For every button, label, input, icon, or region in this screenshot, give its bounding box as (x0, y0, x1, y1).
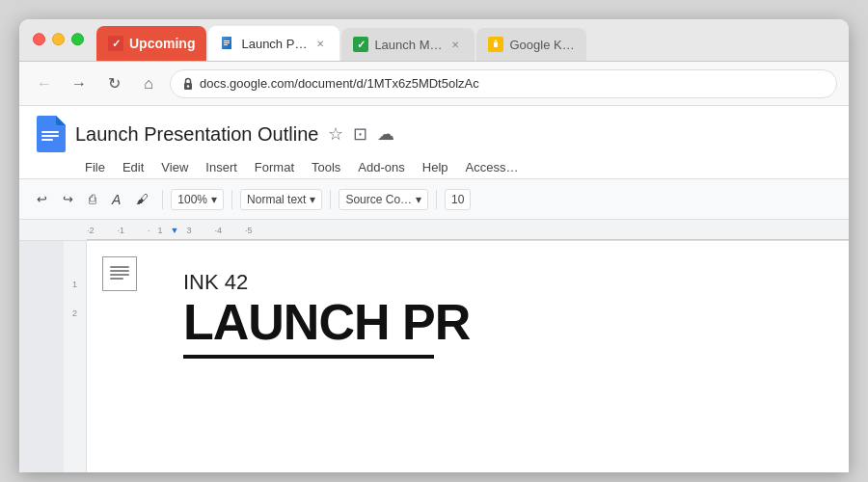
zoom-selector[interactable]: 100% ▾ (171, 189, 224, 210)
svg-rect-14 (110, 266, 129, 268)
doc-menu-bar: File Edit View Insert Format Tools Add-o… (35, 156, 833, 178)
print-icon: ⎙ (89, 192, 96, 206)
title-bar: ✓ Upcoming (19, 19, 849, 62)
vertical-ruler: 1 2 (64, 241, 87, 472)
url-text: docs.google.com/document/d/1MTx6z5MDt5ol… (200, 76, 479, 91)
svg-rect-13 (41, 139, 53, 141)
svg-rect-4 (224, 44, 228, 45)
spellcheck-button[interactable]: A (106, 188, 126, 211)
address-bar[interactable]: docs.google.com/document/d/1MTx6z5MDt5ol… (170, 69, 837, 98)
svg-rect-11 (41, 131, 59, 133)
toolbar-separator-1 (162, 190, 163, 209)
svg-text:✓: ✓ (357, 39, 366, 50)
browser-window: ✓ Upcoming (19, 19, 849, 472)
paint-format-button[interactable]: 🖌 (130, 188, 154, 210)
maximize-button[interactable] (71, 33, 84, 45)
forward-button[interactable]: → (66, 70, 93, 97)
keep-favicon-icon (488, 37, 503, 52)
tab-upcoming[interactable]: ✓ Upcoming (96, 26, 206, 61)
tab-launch-m[interactable]: ✓ Launch M… ✕ (341, 28, 475, 61)
zoom-chevron-icon: ▾ (211, 193, 217, 206)
tabs-row: ✓ Upcoming (96, 19, 588, 61)
tab-label-google-keep: Google K… (509, 38, 574, 52)
menu-file[interactable]: File (77, 156, 113, 178)
todoist-green-favicon-icon: ✓ (353, 37, 368, 52)
menu-edit[interactable]: Edit (115, 156, 151, 178)
ruler-indent-marker: ▼ (171, 226, 179, 235)
tab-label-launch-m: Launch M… (374, 38, 442, 52)
vruler-mark-1: 1 (64, 241, 86, 289)
svg-rect-8 (494, 42, 498, 47)
doc-content-area: 1 2 INK 42 LAUNCH PR (19, 241, 849, 472)
menu-insert[interactable]: Insert (198, 156, 245, 178)
doc-title-icons: ☆ ⊡ ☁ (328, 123, 394, 145)
style-selector[interactable]: Normal text ▾ (240, 189, 322, 210)
todoist-favicon-icon: ✓ (108, 36, 123, 51)
font-size-selector[interactable]: 10 (445, 189, 471, 210)
doc-page[interactable]: INK 42 LAUNCH PR (87, 241, 849, 472)
ruler-markers: ·2 ·1 · 1 ▼ 3 ·4 ·5 (87, 226, 253, 235)
svg-rect-3 (224, 42, 230, 43)
tab-close-launch-m[interactable]: ✕ (448, 37, 463, 52)
svg-rect-17 (110, 278, 123, 280)
svg-rect-15 (110, 270, 129, 272)
ruler-mark-neg1: ·1 (118, 226, 125, 235)
lock-icon (182, 77, 194, 91)
docs-favicon-icon (220, 36, 235, 51)
docs-app-icon (35, 116, 66, 152)
close-button[interactable] (33, 33, 45, 45)
ruler: ·2 ·1 · 1 ▼ 3 ·4 ·5 (19, 220, 849, 241)
svg-rect-16 (110, 274, 129, 276)
redo-icon: ↪ (63, 192, 73, 206)
doc-editing-toolbar: ↩ ↪ ⎙ A 🖌 100% ▾ Normal text ▾ Source Co… (19, 179, 849, 220)
minimize-button[interactable] (52, 33, 65, 45)
font-value: Source Co… (345, 193, 412, 206)
vruler-mark-2: 2 (64, 308, 86, 318)
menu-format[interactable]: Format (247, 156, 302, 178)
folder-icon[interactable]: ⊡ (353, 123, 367, 145)
nav-toolbar: ← → ↻ ⌂ docs.google.com/document/d/1MTx6… (19, 62, 849, 106)
zoom-value: 100% (177, 193, 207, 206)
toolbar-separator-4 (436, 190, 437, 209)
tab-label-upcoming: Upcoming (129, 36, 195, 51)
menu-tools[interactable]: Tools (304, 156, 348, 178)
spellcheck-icon: A (112, 192, 121, 207)
tab-label-launch-p: Launch P… (241, 37, 307, 51)
undo-icon: ↩ (37, 192, 47, 206)
page-left-margin: 1 2 (19, 241, 87, 472)
doc-title-row: Launch Presentation Outline ☆ ⊡ ☁ (35, 116, 833, 152)
doc-title-bar: Launch Presentation Outline ☆ ⊡ ☁ File E… (19, 106, 849, 179)
menu-view[interactable]: View (153, 156, 196, 178)
menu-help[interactable]: Help (415, 156, 456, 178)
doc-title: Launch Presentation Outline (75, 123, 318, 146)
toolbar-separator-2 (231, 190, 232, 209)
tab-google-keep[interactable]: Google K… (476, 28, 585, 61)
undo-button[interactable]: ↩ (31, 188, 53, 210)
ruler-mark-4: ·4 (215, 226, 223, 235)
svg-point-10 (187, 85, 189, 87)
svg-rect-12 (41, 135, 59, 137)
svg-rect-2 (224, 40, 230, 41)
menu-access[interactable]: Access… (458, 156, 527, 178)
print-button[interactable]: ⎙ (83, 188, 102, 210)
home-button[interactable]: ⌂ (135, 70, 162, 97)
menu-addons[interactable]: Add-ons (350, 156, 412, 178)
ruler-bottom-line (87, 239, 849, 240)
font-selector[interactable]: Source Co… ▾ (339, 189, 428, 210)
star-icon[interactable]: ☆ (328, 123, 343, 145)
font-chevron-icon: ▾ (416, 193, 421, 206)
tab-close-launch-p[interactable]: ✕ (312, 36, 328, 51)
doc-subtitle: INK 42 (183, 270, 810, 295)
redo-button[interactable]: ↪ (57, 188, 79, 210)
style-chevron-icon: ▾ (310, 193, 315, 206)
back-button[interactable]: ← (31, 70, 58, 97)
reload-button[interactable]: ↻ (100, 70, 127, 97)
tab-launch-presentation[interactable]: Launch P… ✕ (208, 26, 339, 61)
ruler-mark-neg2: ·2 (87, 226, 95, 235)
ruler-mark-0: · (148, 226, 150, 235)
page-lines-icon (102, 256, 137, 291)
paint-format-icon: 🖌 (136, 192, 149, 206)
cloud-icon[interactable]: ☁ (377, 123, 394, 145)
ruler-mark-1: 1 (158, 226, 163, 235)
ruler-mark-3: 3 (186, 226, 191, 235)
